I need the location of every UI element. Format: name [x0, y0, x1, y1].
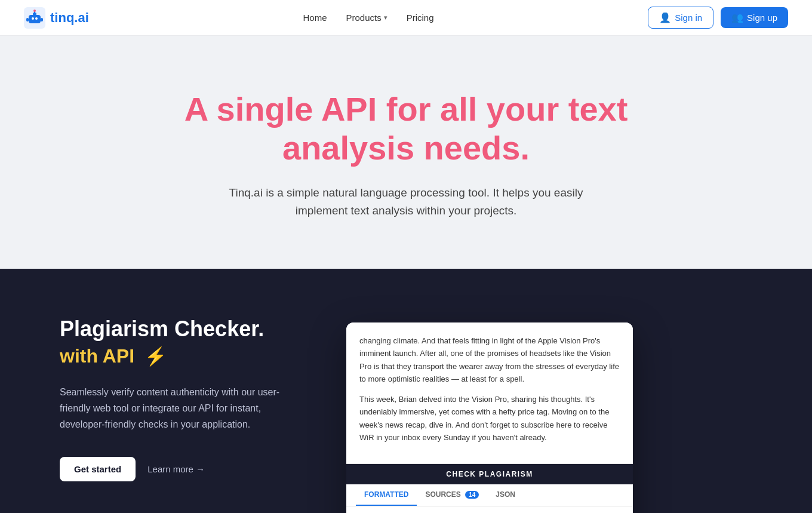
demo-text-p2: This week, Brian delved into the Vision …	[359, 393, 620, 444]
svg-rect-7	[26, 18, 29, 21]
hero-section: A single API for all your text analysis …	[0, 36, 812, 269]
demo-text-p1: changing climate. And that feels fitting…	[359, 334, 620, 386]
dark-description: Seamlessly verify content authenticity w…	[60, 384, 287, 433]
user-plus-icon: 👥	[731, 12, 743, 23]
chevron-down-icon: ▾	[384, 14, 387, 21]
nav-products[interactable]: Products ▾	[337, 8, 395, 27]
tab-formatted[interactable]: FORMATTED	[356, 484, 417, 506]
svg-point-6	[33, 10, 36, 12]
svg-rect-3	[35, 17, 38, 20]
hero-title: A single API for all your text analysis …	[167, 90, 645, 167]
dark-title: Plagiarism Checker.	[60, 317, 310, 342]
dark-section: Plagiarism Checker. with API ⚡ Seamlessl…	[0, 269, 812, 513]
nav-links: Home Products ▾ Pricing	[294, 8, 442, 27]
navbar: tinq.ai Home Products ▾ Pricing 👤 Sign i…	[0, 0, 812, 36]
learn-more-button[interactable]: Learn more →	[147, 464, 205, 474]
signup-button[interactable]: 👥 Sign up	[721, 7, 788, 28]
sources-badge: 14	[465, 491, 479, 499]
get-started-button[interactable]: Get started	[60, 457, 136, 481]
svg-rect-1	[29, 15, 41, 23]
dark-left-content: Plagiarism Checker. with API ⚡ Seamlessl…	[60, 305, 310, 481]
demo-text-area: changing climate. And that feels fitting…	[346, 322, 633, 464]
demo-tabs: FORMATTED SOURCES 14 JSON	[346, 484, 633, 506]
svg-rect-8	[41, 18, 43, 21]
tab-json[interactable]: JSON	[487, 484, 524, 506]
logo-link[interactable]: tinq.ai	[24, 7, 89, 29]
check-plagiarism-bar[interactable]: CHECK PLAGIARISM	[346, 464, 633, 484]
svg-rect-2	[32, 17, 34, 20]
bolt-icon: ⚡	[144, 346, 167, 366]
logo-icon	[24, 7, 45, 29]
nav-home[interactable]: Home	[294, 8, 335, 27]
logo-text: tinq.ai	[50, 10, 89, 26]
dark-actions: Get started Learn more →	[60, 457, 310, 481]
demo-card: changing climate. And that feels fitting…	[346, 322, 633, 513]
demo-report: Plagiarism report Similarities found on …	[346, 506, 633, 514]
signin-button[interactable]: 👤 Sign in	[648, 7, 713, 29]
hero-subtitle: Tinq.ai is a simple natural language pro…	[203, 184, 609, 220]
tab-sources[interactable]: SOURCES 14	[417, 484, 487, 506]
nav-actions: 👤 Sign in 👥 Sign up	[648, 7, 788, 29]
nav-pricing[interactable]: Pricing	[398, 8, 442, 27]
dark-subtitle: with API ⚡	[60, 345, 310, 367]
user-icon: 👤	[659, 12, 671, 23]
